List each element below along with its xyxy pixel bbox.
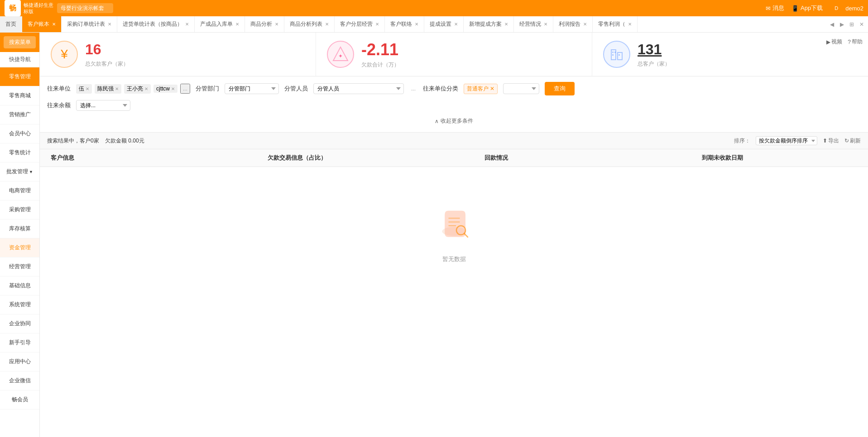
tab-stock-stats[interactable]: 进货单统计表（按商品） ✕ xyxy=(117,16,195,33)
tab-prev-btn[interactable]: ◀ xyxy=(827,20,836,29)
tab-close-retail-profit[interactable]: ✕ xyxy=(628,22,632,27)
stat-icon-debt: ✦ xyxy=(327,41,354,68)
person-select[interactable]: 分管人员 xyxy=(313,83,404,94)
sidebar-search-btn[interactable]: 搜索菜单 xyxy=(4,36,36,48)
download-icon: 📱 xyxy=(791,5,799,12)
svg-rect-7 xyxy=(619,54,620,56)
sidebar-item-member-center[interactable]: 会员中心 xyxy=(0,124,39,143)
tab-purchase-orders[interactable]: 采购订单统计表 ✕ xyxy=(62,16,117,33)
tab-customer-segment[interactable]: 客户分层经营 ✕ xyxy=(335,16,385,33)
top-bar-left: 畅 畅捷通好生意 标版 母婴行业演示帐套 xyxy=(5,0,113,16)
unit-tag-cjttcw-close[interactable]: ✕ xyxy=(171,86,175,91)
sidebar-item-inventory[interactable]: 库存核算 xyxy=(0,219,39,238)
sidebar-item-marketing[interactable]: 营销推广 xyxy=(0,105,39,124)
video-link[interactable]: ▶ 视频 xyxy=(826,38,842,46)
sidebar-item-new-guide[interactable]: 新手引导 xyxy=(0,333,39,352)
logo-area: 畅 畅捷通好生意 标版 xyxy=(5,0,53,16)
top-bar: 畅 畅捷通好生意 标版 母婴行业演示帐套 ✉ 消息 📱 App下载 D demo… xyxy=(0,0,868,16)
sidebar-item-base-info[interactable]: 基础信息 xyxy=(0,276,39,295)
tab-new-commission[interactable]: 新增提成方案 ✕ xyxy=(464,16,514,33)
sidebar-item-plus-member[interactable]: 畅会员 xyxy=(0,390,39,409)
tab-retail-profit[interactable]: 零售利润（ ✕ xyxy=(593,16,638,33)
account-selector[interactable]: 母婴行业演示帐套 xyxy=(57,3,113,13)
stat-card-debtors: ¥ 16 总欠款客户（家） xyxy=(40,33,316,76)
tab-close-all-btn[interactable]: ✕ xyxy=(857,20,866,29)
sidebar-item-enterprise-coop[interactable]: 企业协同 xyxy=(0,314,39,333)
export-btn[interactable]: ⬆ 导出 xyxy=(823,137,839,145)
tab-expand-btn[interactable]: ⊞ xyxy=(847,20,856,29)
refresh-btn[interactable]: ↻ 刷新 xyxy=(844,137,861,145)
sidebar-item-enterprise-wechat[interactable]: 企业微信 xyxy=(0,371,39,390)
svg-rect-4 xyxy=(612,52,614,53)
stat-value-debtors: 16 xyxy=(85,41,129,58)
tab-home[interactable]: 首页 xyxy=(0,16,22,33)
tab-close-product-analysis-list[interactable]: ✕ xyxy=(325,22,329,27)
home-tab-label: 首页 xyxy=(5,20,16,28)
tab-next-btn[interactable]: ▶ xyxy=(837,20,846,29)
unit-more-btn[interactable]: ... xyxy=(180,84,190,94)
collapse-filter-btn[interactable]: ∧ 收起更多条件 xyxy=(47,115,861,127)
sidebar-item-app-center[interactable]: 应用中心 xyxy=(0,352,39,371)
tab-product-analysis[interactable]: 商品分析 ✕ xyxy=(245,16,284,33)
stat-label-debtors: 总欠款客户（家） xyxy=(85,60,129,68)
sidebar-quick-nav[interactable]: 快捷导航 xyxy=(0,52,39,67)
message-btn[interactable]: ✉ 消息 xyxy=(766,4,784,12)
tab-close-new-commission[interactable]: ✕ xyxy=(504,22,508,27)
tab-customer-accounts[interactable]: 客户账本 ✕ xyxy=(22,16,62,33)
help-link[interactable]: ? 帮助 xyxy=(848,38,863,46)
stat-info-debtors: 16 总欠款客户（家） xyxy=(85,41,129,67)
category-select[interactable] xyxy=(503,83,539,94)
sidebar-item-retail[interactable]: 零售管理 xyxy=(0,67,39,86)
unit-tag-chen-close[interactable]: ✕ xyxy=(115,86,119,91)
tab-close-product-analysis[interactable]: ✕ xyxy=(275,22,278,27)
chevron-up-icon: ∧ xyxy=(435,118,439,124)
user-menu[interactable]: D demo2 xyxy=(830,2,863,14)
sidebar-item-retail-mall[interactable]: 零售商城 xyxy=(0,86,39,105)
category-filter-label: 往来单位分类 xyxy=(423,85,458,93)
remainder-select[interactable]: 选择... xyxy=(76,100,130,111)
sidebar: 搜索菜单 快捷导航 零售管理 零售商城 营销推广 会员中心 零售统计 批发管理 … xyxy=(0,33,40,437)
tab-close-cost-instock[interactable]: ✕ xyxy=(235,22,239,27)
tab-commission-settings[interactable]: 提成设置 ✕ xyxy=(424,16,464,33)
dept-select[interactable]: 分管部门 xyxy=(225,83,279,94)
person-more-btn[interactable]: ... xyxy=(409,85,417,93)
tab-close-customer-segment[interactable]: ✕ xyxy=(375,22,379,27)
result-actions: 排序： 按欠款金额倒序排序 ⬆ 导出 ↻ 刷新 xyxy=(734,136,861,145)
sidebar-item-wholesale[interactable]: 批发管理 ▼ xyxy=(0,162,39,181)
dept-filter-label: 分管部门 xyxy=(196,85,219,93)
tab-product-analysis-list[interactable]: 商品分析列表 ✕ xyxy=(284,16,335,33)
category-tag-close[interactable]: ✕ xyxy=(490,86,494,92)
tab-close-commission-settings[interactable]: ✕ xyxy=(454,22,458,27)
sidebar-item-ecommerce[interactable]: 电商管理 xyxy=(0,181,39,200)
empty-icon xyxy=(432,203,477,255)
sidebar-item-retail-stats[interactable]: 零售统计 xyxy=(0,143,39,162)
unit-tag-wang-close[interactable]: ✕ xyxy=(144,86,148,91)
sidebar-item-system-mgmt[interactable]: 系统管理 xyxy=(0,295,39,314)
stat-info-total: 131 总客户（家） xyxy=(638,41,670,67)
unit-tag-wang: 王小亮 ✕ xyxy=(124,84,151,94)
sidebar-item-operations-mgmt[interactable]: 经营管理 xyxy=(0,257,39,276)
tab-cost-instock[interactable]: 产成品入库单 ✕ xyxy=(195,16,245,33)
tab-close-profit-report[interactable]: ✕ xyxy=(583,22,587,27)
col-debt-info: 欠款交易信息（占比） xyxy=(264,154,481,162)
tab-close-customer-contact[interactable]: ✕ xyxy=(415,22,418,27)
top-bar-right: ✉ 消息 📱 App下载 D demo2 xyxy=(766,2,863,14)
tab-close-purchase-orders[interactable]: ✕ xyxy=(108,22,111,27)
result-bar: 搜索结果中，客户0家 欠款金额 0.00元 排序： 按欠款金额倒序排序 ⬆ 导出… xyxy=(40,133,868,149)
tab-close-operations[interactable]: ✕ xyxy=(544,22,547,27)
sidebar-item-capital[interactable]: 资金管理 xyxy=(0,238,39,257)
tab-profit-report[interactable]: 利润报告 ✕ xyxy=(553,16,593,33)
query-button[interactable]: 查询 xyxy=(545,82,575,95)
tab-operations[interactable]: 经营情况 ✕ xyxy=(514,16,553,33)
sidebar-item-purchase[interactable]: 采购管理 xyxy=(0,200,39,219)
tab-close-customer-accounts[interactable]: ✕ xyxy=(52,22,56,27)
tab-customer-contact[interactable]: 客户联络 ✕ xyxy=(385,16,424,33)
sort-select[interactable]: 按欠款金额倒序排序 xyxy=(756,136,817,145)
sort-label: 排序： xyxy=(734,137,750,145)
app-download-btn[interactable]: 📱 App下载 xyxy=(791,4,823,12)
stat-info-amount: -2.11 欠款合计（万） xyxy=(361,40,399,69)
wholesale-arrow-icon: ▼ xyxy=(29,170,33,174)
message-icon: ✉ xyxy=(766,5,771,12)
tab-close-stock-stats[interactable]: ✕ xyxy=(185,22,189,27)
unit-tag-wu-close[interactable]: ✕ xyxy=(86,86,89,91)
